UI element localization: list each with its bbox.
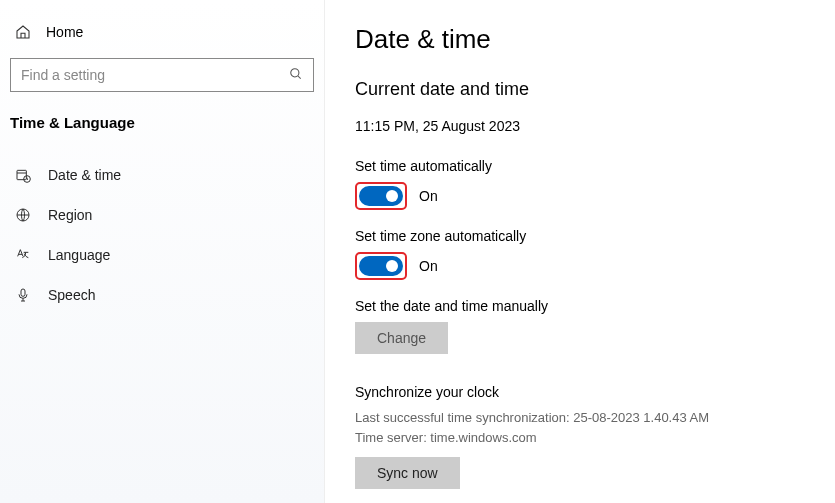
svg-rect-2 — [17, 170, 26, 179]
svg-line-1 — [298, 75, 301, 78]
sidebar: Home Time & Language Date & time Region … — [0, 0, 325, 503]
sidebar-section-header: Time & Language — [10, 114, 314, 149]
set-time-auto-label: Set time automatically — [355, 158, 805, 174]
search-input-container[interactable] — [10, 58, 314, 92]
microphone-icon — [14, 287, 32, 303]
globe-icon — [14, 207, 32, 223]
svg-point-0 — [291, 68, 299, 76]
main-content: Date & time Current date and time 11:15 … — [325, 0, 835, 503]
sidebar-item-date-time[interactable]: Date & time — [10, 155, 314, 195]
sidebar-item-label: Speech — [48, 287, 95, 303]
current-datetime: 11:15 PM, 25 August 2023 — [355, 118, 805, 134]
search-input[interactable] — [21, 67, 289, 83]
sync-server: Time server: time.windows.com — [355, 428, 805, 448]
sync-now-button[interactable]: Sync now — [355, 457, 460, 489]
highlight-box — [355, 182, 407, 210]
sidebar-item-region[interactable]: Region — [10, 195, 314, 235]
page-title: Date & time — [355, 24, 805, 55]
set-time-auto-toggle[interactable] — [359, 186, 403, 206]
language-icon — [14, 247, 32, 263]
highlight-box — [355, 252, 407, 280]
change-button[interactable]: Change — [355, 322, 448, 354]
sidebar-item-label: Region — [48, 207, 92, 223]
sidebar-item-label: Date & time — [48, 167, 121, 183]
sync-last: Last successful time synchronization: 25… — [355, 408, 805, 428]
svg-rect-6 — [21, 289, 25, 296]
calendar-clock-icon — [14, 167, 32, 183]
page-subtitle: Current date and time — [355, 79, 805, 100]
set-tz-auto-label: Set time zone automatically — [355, 228, 805, 244]
search-icon — [289, 67, 303, 84]
set-tz-auto-toggle[interactable] — [359, 256, 403, 276]
sync-heading: Synchronize your clock — [355, 384, 805, 400]
set-time-auto-state: On — [419, 188, 438, 204]
manual-set-label: Set the date and time manually — [355, 298, 805, 314]
set-tz-auto-state: On — [419, 258, 438, 274]
home-nav[interactable]: Home — [10, 18, 314, 58]
sidebar-item-language[interactable]: Language — [10, 235, 314, 275]
sidebar-item-label: Language — [48, 247, 110, 263]
home-icon — [14, 24, 32, 40]
sidebar-nav: Date & time Region Language Speech — [10, 155, 314, 315]
sidebar-item-speech[interactable]: Speech — [10, 275, 314, 315]
home-label: Home — [46, 24, 83, 40]
